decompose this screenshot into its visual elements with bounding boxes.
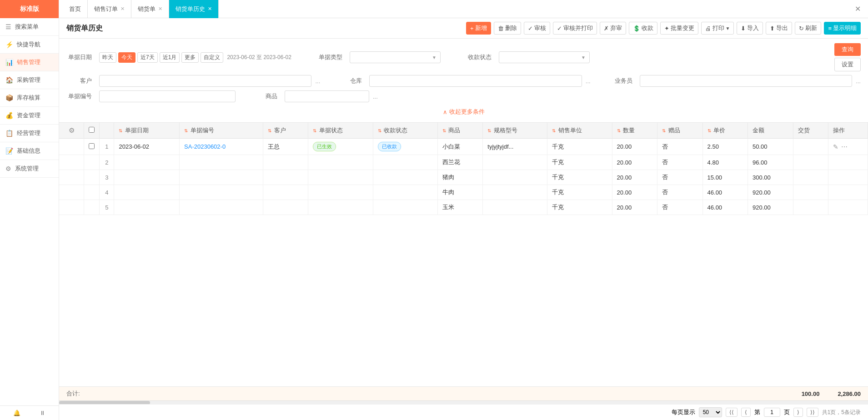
- date-btn-1month[interactable]: 近1月: [160, 52, 180, 63]
- sidebar-item-purchase-mgmt[interactable]: 🏠 采购管理: [0, 71, 59, 89]
- tab-home[interactable]: 首页: [63, 0, 88, 18]
- col-spec[interactable]: ⇅ 规格型号: [483, 123, 547, 139]
- cell-unit: 千克: [547, 155, 612, 170]
- col-docno[interactable]: ⇅ 单据编号: [180, 123, 263, 139]
- toolbar: + 新增 🗑 删除 ✓ 审核 ✓ 审核并打印 ✗ 弃审 💲 收款: [466, 22, 861, 35]
- table-row: 5 玉米 千克 20.00 否 46.00 920.00: [59, 200, 868, 215]
- sidebar-logo: 标准版: [0, 0, 59, 18]
- col-price[interactable]: ⇅ 单价: [702, 123, 748, 139]
- staff-dots[interactable]: ...: [856, 78, 861, 85]
- tab-close-sales-history[interactable]: ✕: [208, 6, 212, 12]
- docno-input[interactable]: [99, 90, 236, 102]
- col-qty[interactable]: ⇅ 数量: [612, 123, 657, 139]
- page-input[interactable]: [764, 408, 780, 417]
- sidebar-item-search-menu[interactable]: ☰ 搜索菜单: [0, 18, 59, 36]
- table-footer: 合计: 100.00 2,286.00: [59, 386, 868, 400]
- export-button[interactable]: ⬆ 导出: [766, 22, 792, 35]
- customer-dots[interactable]: ...: [315, 78, 320, 85]
- cell-settings: [59, 170, 84, 185]
- date-btn-7days[interactable]: 近7天: [137, 52, 158, 63]
- warehouse-input[interactable]: [369, 75, 582, 87]
- sidebar-item-label: 采购管理: [17, 76, 40, 84]
- cell-status: 已生效: [308, 139, 373, 155]
- settings-gear-icon[interactable]: ⚙: [69, 126, 75, 134]
- type-dropdown[interactable]: ▼: [350, 51, 441, 63]
- col-unit[interactable]: ⇅ 销售单位: [547, 123, 612, 139]
- page-next-btn[interactable]: ⟩: [793, 408, 803, 417]
- sidebar-item-finance[interactable]: 💰 资金管理: [0, 107, 59, 125]
- audit-print-button[interactable]: ✓ 审核并打印: [553, 22, 597, 35]
- date-btn-custom[interactable]: 自定义: [201, 52, 223, 63]
- cell-date: [114, 185, 180, 200]
- sidebar-item-label: 系统管理: [15, 165, 39, 173]
- settings-button[interactable]: 设置: [834, 58, 861, 71]
- refresh-button[interactable]: ↻ 刷新: [795, 22, 821, 35]
- tab-close-sales-goods[interactable]: ✕: [158, 6, 162, 12]
- delete-button[interactable]: 🗑 删除: [494, 22, 521, 35]
- batch-change-button[interactable]: ✦ 批量变更: [660, 22, 698, 35]
- sidebar-item-quick-nav[interactable]: ⚡ 快捷导航: [0, 36, 59, 54]
- col-payment[interactable]: ⇅ 收款状态: [373, 123, 437, 139]
- sidebar-item-ops[interactable]: 📋 经营管理: [0, 125, 59, 142]
- customer-input[interactable]: [99, 75, 311, 87]
- col-date[interactable]: ⇅ 单据日期: [114, 123, 180, 139]
- sales-mgmt-icon: 📊: [5, 59, 13, 66]
- staff-input[interactable]: [640, 75, 852, 87]
- tab-sales-goods[interactable]: 销货单 ✕: [131, 0, 169, 18]
- select-all-checkbox[interactable]: [89, 127, 95, 133]
- show-details-button[interactable]: ≡ 显示明细: [824, 22, 861, 35]
- date-btn-yesterday[interactable]: 昨天: [99, 52, 116, 63]
- date-btn-more[interactable]: 更多: [181, 52, 199, 63]
- sys-mgmt-icon: ⚙: [5, 165, 11, 172]
- row-checkbox[interactable]: [89, 143, 95, 149]
- date-btn-today[interactable]: 今天: [118, 52, 135, 63]
- sort-date-icon: ⇅: [119, 128, 122, 133]
- col-customer[interactable]: ⇅ 客户: [263, 123, 308, 139]
- page-size-select[interactable]: 50 100 200: [699, 407, 722, 417]
- goods-dots[interactable]: ...: [373, 93, 378, 100]
- sidebar-item-sales-mgmt[interactable]: 📊 销售管理: [0, 54, 59, 71]
- goods-input[interactable]: [285, 90, 369, 102]
- query-button[interactable]: 查询: [834, 43, 861, 56]
- collapse-row[interactable]: ∧ 收起更多条件: [66, 106, 861, 118]
- page-last-btn[interactable]: ⟩⟩: [807, 408, 818, 417]
- sidebar-item-sys-mgmt[interactable]: ⚙ 系统管理: [0, 160, 59, 178]
- audit-button[interactable]: ✓ 审核: [524, 22, 550, 35]
- table-header-row: ⚙ ⇅ 单据日期 ⇅ 单据编号 ⇅: [59, 123, 868, 139]
- print-button[interactable]: 🖨 打印 ▼: [701, 22, 734, 35]
- sort-gift-icon: ⇅: [662, 128, 666, 133]
- cell-payment: [373, 155, 437, 170]
- import-button[interactable]: ⬇ 导入: [737, 22, 763, 35]
- close-all-tabs[interactable]: ✕: [851, 5, 864, 13]
- collect-button[interactable]: 💲 收款: [629, 22, 657, 35]
- filter-area: 单据日期 昨天 今天 近7天 近1月 更多 自定义 2023-06-02 至 2…: [59, 39, 868, 123]
- tab-sales-history[interactable]: 销货单历史 ✕: [169, 0, 219, 18]
- page-first-btn[interactable]: ⟨⟨: [726, 408, 738, 417]
- sidebar-bottom-icon1[interactable]: 🔔: [13, 410, 20, 416]
- more-icon[interactable]: ⋯: [841, 143, 848, 150]
- filter-row-2: 客户 ... 仓库 ... 业务员 ...: [66, 75, 861, 87]
- tab-sales-order[interactable]: 销售订单 ✕: [88, 0, 131, 18]
- edit-icon[interactable]: ✎: [833, 143, 838, 150]
- delete-icon: 🗑: [498, 25, 504, 32]
- warehouse-dots[interactable]: ...: [586, 78, 591, 85]
- sidebar-bottom-icon2[interactable]: ⏸: [40, 410, 45, 416]
- col-status[interactable]: ⇅ 单据状态: [308, 123, 373, 139]
- col-settings[interactable]: ⚙: [59, 123, 84, 139]
- sidebar-item-inventory[interactable]: 📦 库存核算: [0, 89, 59, 107]
- sidebar-item-basic-info[interactable]: 📝 基础信息: [0, 142, 59, 160]
- page-prev-btn[interactable]: ⟨: [741, 408, 751, 417]
- docno-link[interactable]: SA-20230602-0: [184, 143, 226, 150]
- discard-button[interactable]: ✗ 弃审: [600, 22, 626, 35]
- tab-close-sales-order[interactable]: ✕: [120, 6, 125, 12]
- cell-unit: 千克: [547, 139, 612, 155]
- search-menu-icon: ☰: [5, 23, 11, 30]
- col-goods[interactable]: ⇅ 商品: [437, 123, 482, 139]
- docno-label: 单据编号: [66, 92, 92, 100]
- ops-icon: 📋: [5, 130, 13, 137]
- col-gift[interactable]: ⇅ 赠品: [657, 123, 702, 139]
- add-button[interactable]: + 新增: [466, 22, 491, 35]
- cell-date: [114, 155, 180, 170]
- goods-label: 商品: [252, 92, 277, 100]
- payment-dropdown[interactable]: ▼: [499, 51, 590, 63]
